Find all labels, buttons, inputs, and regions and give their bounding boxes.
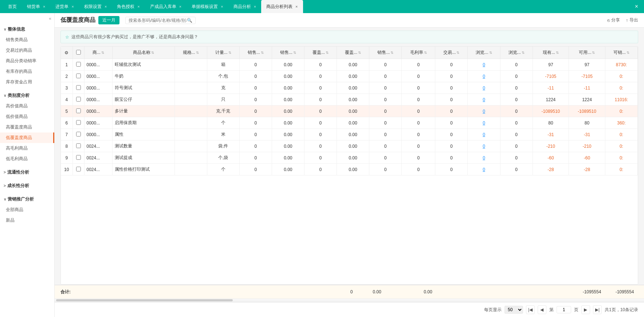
share-btn[interactable]: ⎋ 分享 [607,17,620,23]
sidebar-section-overall-title[interactable]: ∨ 整体信息 [0,24,54,35]
row-checkbox[interactable] [72,117,84,129]
sidebar-section-growth-title[interactable]: > 成长性分析 [0,181,54,191]
nav-role-auth[interactable]: 角色授权 × [112,0,145,13]
sidebar-item-high-profit[interactable]: 高毛利商品 [0,143,54,154]
export-btn[interactable]: ↑ 导出 [626,17,638,23]
sidebar-section-category-title[interactable]: ∨ 类别度分析 [0,90,54,101]
nav-purchase-order-close[interactable]: × [71,4,74,9]
row-browse1[interactable]: 0 [468,164,500,175]
row-checkbox[interactable] [72,71,84,82]
sidebar-collapse-btn[interactable]: « [0,13,54,23]
row-checkbox[interactable] [72,129,84,140]
row-cover1: 0 [304,94,337,106]
row-cover2: 0.00 [337,164,369,175]
row-settings: 3 [61,82,72,94]
row-browse1[interactable]: 0 [468,140,500,152]
sidebar-item-traded-goods[interactable]: 交易过的商品 [0,45,54,56]
row-browse1[interactable]: 0 [468,129,500,140]
search-input[interactable] [129,18,187,23]
page-size-select[interactable]: 20 50 100 [504,306,523,314]
period-btn[interactable]: 近一月 [98,16,119,24]
nav-product-analysis-list[interactable]: 商品分析列表 × [261,0,303,13]
row-code: 0000... [84,59,113,71]
col-checkbox[interactable] [72,47,84,59]
row-sales1: 0 [239,71,272,82]
sidebar-section-liquidity-title[interactable]: > 流通性分析 [0,167,54,178]
row-browse1[interactable]: 0 [468,94,500,106]
sidebar-section-marketing-title[interactable]: ∨ 营销推广分析 [0,194,54,205]
row-browse1[interactable]: 0 [468,59,500,71]
nav-product-analysis[interactable]: 商品分析 × [228,0,261,13]
sidebar-item-stock-goods[interactable]: 有库存的商品 [0,66,54,77]
nav-bill-template-close[interactable]: × [221,4,223,9]
select-all-checkbox[interactable] [76,50,81,55]
row-browse1[interactable]: 0 [468,71,500,82]
nav-home[interactable]: 首页 [3,0,22,13]
row-trade: 0 [435,59,468,71]
sidebar-item-low-value[interactable]: 低价值商品 [0,111,54,122]
nav-product-analysis-list-close[interactable]: × [295,4,298,9]
table-container[interactable]: ⚙ 商...⇅ 商品名称⇅ 规格...⇅ 计量...⇅ 销售...⇅ 销售...… [60,46,638,285]
sidebar-item-all-goods[interactable]: 全部商品 [0,205,54,215]
row-select-checkbox[interactable] [76,97,81,102]
first-page-btn[interactable]: |◀ [526,305,535,314]
row-browse1[interactable]: 0 [468,152,500,164]
col-settings[interactable]: ⚙ [61,47,72,59]
prev-page-btn[interactable]: ◀ [538,305,546,314]
nav-product-inbound[interactable]: 产成品入库单 × [145,0,186,13]
sidebar-item-sales-goods[interactable]: 销售类商品 [0,35,54,45]
row-browse1[interactable]: 0 [468,82,500,94]
next-page-btn[interactable]: ▶ [581,305,590,314]
sidebar-item-new-goods[interactable]: 新品 [0,215,54,226]
row-select-checkbox[interactable] [76,132,81,136]
sidebar-item-low-coverage[interactable]: 低覆盖度商品 [0,132,54,143]
row-checkbox[interactable] [72,59,84,71]
close-all-btn[interactable]: × [632,3,641,10]
current-page-input[interactable] [557,306,571,313]
nav-product-analysis-close[interactable]: × [254,4,256,9]
row-checkbox[interactable] [72,152,84,164]
row-select-checkbox[interactable] [76,62,81,67]
nav-role-auth-close[interactable]: × [137,4,140,9]
row-name: 牛奶 [113,71,174,82]
nav-permissions[interactable]: 权限设置 × [79,0,112,13]
row-select-checkbox[interactable] [76,120,81,125]
nav-purchase-order[interactable]: 进货单 × [50,0,79,13]
row-avail: 0: [605,71,637,82]
nav-permissions-close[interactable]: × [105,4,107,9]
sidebar-item-high-value[interactable]: 高价值商品 [0,101,54,111]
row-browse1[interactable]: 0 [468,106,500,117]
row-checkbox[interactable] [72,94,84,106]
nav-sales-order[interactable]: 销货单 × [22,0,50,13]
row-unit: 箱 [207,59,239,71]
search-icon[interactable]: 🔍 [187,18,192,23]
sidebar-section-liquidity: > 流通性分析 [0,166,54,179]
sidebar-item-low-profit[interactable]: 低毛利商品 [0,154,54,164]
sidebar-section-marketing: ∨ 营销推广分析 全部商品 新品 [0,193,54,227]
row-select-checkbox[interactable] [76,155,81,160]
nav-sales-order-close[interactable]: × [43,4,45,9]
row-sales1: 0 [239,152,272,164]
nav-bill-template[interactable]: 单据模板设置 × [186,0,228,13]
last-page-btn[interactable]: ▶| [593,305,602,314]
row-select-checkbox[interactable] [76,167,81,171]
row-checkbox[interactable] [72,82,84,94]
row-select-checkbox[interactable] [76,108,81,113]
row-select-checkbox[interactable] [76,143,81,148]
row-settings: 2 [61,71,72,82]
sidebar-item-high-coverage[interactable]: 高覆盖度商品 [0,122,54,132]
row-browse2: 0 [500,59,533,71]
row-sales1: 0 [239,106,272,117]
row-browse1[interactable]: 0 [468,117,500,129]
row-checkbox[interactable] [72,140,84,152]
row-checkbox[interactable] [72,106,84,117]
row-checkbox[interactable] [72,164,84,175]
sidebar-item-stock-capital[interactable]: 库存资金占用 [0,77,54,87]
row-select-checkbox[interactable] [76,85,81,90]
row-settings: 10 [61,164,72,175]
sidebar-item-category-sale-rate[interactable]: 商品分类动销率 [0,56,54,66]
sort-icon: ⇅ [101,51,104,55]
nav-product-inbound-close[interactable]: × [179,4,181,9]
row-cover1: 0 [304,140,337,152]
row-select-checkbox[interactable] [76,74,81,78]
